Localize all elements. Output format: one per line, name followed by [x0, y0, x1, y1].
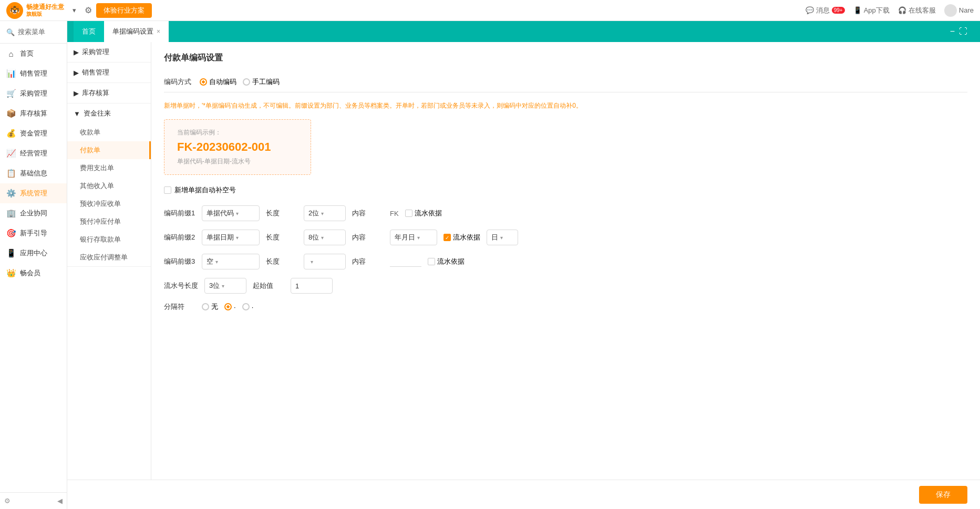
sub-item-prepay-payable[interactable]: 预付冲应付单	[67, 213, 151, 231]
serial2-indicator: ✓	[443, 234, 451, 241]
sidebar-search[interactable]: 🔍 搜索菜单	[0, 21, 67, 44]
sub-item-bank[interactable]: 银行存取款单	[67, 231, 151, 248]
apps-icon: 📱	[6, 248, 16, 258]
serial-length-select[interactable]: 3位 ▾	[204, 278, 246, 294]
prefix1-row: 编码前缀1 单据代码 ▾ 长度 2位 ▾ 内容 FK 流水依据	[164, 205, 967, 221]
length1-select[interactable]: 2位 ▾	[304, 205, 346, 221]
chevron-down-icon: ▼	[74, 110, 80, 118]
prefix1-arrow: ▾	[236, 211, 239, 216]
sub-item-adjust[interactable]: 应收应付调整单	[67, 248, 151, 266]
prefix1-select[interactable]: 单据代码 ▾	[202, 205, 260, 221]
experience-btn[interactable]: 体验行业方案	[96, 3, 152, 18]
brand-text: 畅捷通好生意 旗舰版	[26, 3, 64, 17]
serial3-checkbox[interactable]: 流水依据	[428, 257, 465, 266]
guide-icon: 🎯	[6, 228, 16, 238]
search-btn[interactable]: 🔍 搜索菜单	[4, 25, 63, 39]
content2-label: 内容	[352, 233, 384, 242]
auto-fill-row: 新增单据自动补空号	[164, 185, 967, 195]
prefix3-row: 编码前缀3 空 ▾ 长度 ▾ 内容 流水依据	[164, 254, 967, 269]
sub-item-receipt[interactable]: 收款单	[67, 123, 151, 141]
maximize-icon[interactable]: ⛶	[959, 27, 967, 36]
sidebar-item-sales[interactable]: 📊 销售管理	[0, 64, 67, 84]
serial2-period-select[interactable]: 日 ▾	[487, 230, 518, 245]
sub-group-finance: ▼ 资金往来 收款单 付款单 费用支出单 其他收入单	[67, 103, 151, 267]
sub-item-payment[interactable]: 付款单	[67, 141, 151, 159]
sidebar-item-operation[interactable]: 📈 经营管理	[0, 143, 67, 163]
chevron-down-icon: ▾	[73, 6, 76, 14]
content3-label: 内容	[352, 257, 384, 266]
separator-row: 分隔符 无 · ·	[164, 302, 967, 311]
sidebar-item-purchase[interactable]: 🛒 采购管理	[0, 84, 67, 103]
sub-header-finance[interactable]: ▼ 资金往来	[67, 103, 151, 123]
chevron-right-icon: ▶	[74, 69, 79, 77]
user-menu[interactable]: Nare	[944, 4, 974, 17]
sep-dash-radio[interactable]: ·	[224, 303, 236, 311]
tab-close-icon[interactable]: ×	[157, 28, 160, 35]
inner-layout: ▶ 采购管理 ▶ 销售管理 ▶ 库存核算	[67, 42, 980, 480]
home-icon: ⌂	[6, 49, 16, 58]
sub-header-purchase[interactable]: ▶ 采购管理	[67, 42, 151, 62]
encode-mode-label: 编码方式	[164, 77, 191, 87]
manual-encode-indicator	[243, 78, 250, 86]
length3-select[interactable]: ▾	[304, 254, 346, 269]
chevron-right-icon: ▶	[74, 89, 79, 97]
sidebar-item-guide[interactable]: 🎯 新手引导	[0, 223, 67, 243]
sidebar-item-apps[interactable]: 📱 应用中心	[0, 243, 67, 263]
auto-fill-checkbox[interactable]	[164, 186, 171, 194]
tab-encode-settings[interactable]: 单据编码设置 ×	[104, 21, 169, 42]
sub-header-sales[interactable]: ▶ 销售管理	[67, 63, 151, 82]
sub-header-inventory[interactable]: ▶ 库存核算	[67, 83, 151, 103]
code-preview-value: FK-20230602-001	[177, 140, 298, 154]
tab-home[interactable]: 首页	[74, 21, 104, 42]
content2-select[interactable]: 年月日 ▾	[390, 230, 437, 245]
sub-group-inventory: ▶ 库存核算	[67, 83, 151, 103]
tab-bar: 首页 单据编码设置 × − ⛶	[67, 21, 980, 42]
minimize-icon[interactable]: −	[950, 27, 955, 36]
save-button[interactable]: 保存	[919, 486, 967, 504]
prefix3-arrow: ▾	[215, 259, 218, 265]
length1-label: 长度	[266, 209, 297, 218]
message-badge: 99+	[832, 7, 845, 14]
page-title: 付款单编码设置	[164, 53, 967, 64]
serial2-checkbox[interactable]: ✓ 流水依据	[443, 233, 480, 242]
chevron-right-icon: ▶	[74, 48, 79, 56]
sidebar-item-system[interactable]: ⚙️ 系统管理	[0, 183, 67, 203]
brand: 🐯 畅捷通好生意 旗舰版	[6, 2, 64, 19]
finance-icon: 💰	[6, 129, 16, 138]
sidebar-item-member[interactable]: 👑 畅会员	[0, 263, 67, 283]
footer-settings-icon[interactable]: ⚙	[4, 497, 11, 505]
serial-length-arrow: ▾	[222, 283, 224, 289]
manual-encode-radio[interactable]: 手工编码	[243, 77, 280, 87]
serial-row: 流水号长度 3位 ▾ 起始值	[164, 278, 967, 294]
nav-dropdown[interactable]: ▾	[68, 4, 80, 16]
sidebar-item-enterprise[interactable]: 🏢 企业协同	[0, 203, 67, 223]
system-icon: ⚙️	[6, 189, 16, 198]
settings-icon[interactable]: ⚙	[85, 5, 92, 15]
length3-label: 长度	[266, 257, 297, 266]
serial1-checkbox[interactable]: 流水依据	[405, 209, 442, 218]
prefix1-label: 编码前缀1	[164, 209, 195, 218]
length2-select[interactable]: 8位 ▾	[304, 230, 346, 245]
footer-collapse-icon[interactable]: ◀	[57, 497, 63, 505]
sidebar-item-finance[interactable]: 💰 资金管理	[0, 123, 67, 143]
code-preview: 当前编码示例： FK-20230602-001 单据代码-单据日期-流水号	[164, 119, 311, 175]
prefix3-select[interactable]: 空 ▾	[202, 254, 260, 269]
sidebar-item-basic[interactable]: 📋 基础信息	[0, 163, 67, 183]
sub-item-prepay-receivable[interactable]: 预收冲应收单	[67, 195, 151, 213]
online-service-btn[interactable]: 🎧 在线客服	[898, 6, 936, 15]
sidebar-item-inventory[interactable]: 📦 库存核算	[0, 103, 67, 123]
auto-encode-radio[interactable]: 自动编码	[200, 77, 236, 87]
sep-none-radio[interactable]: 无	[202, 302, 218, 311]
content1-value: FK	[390, 210, 399, 217]
sub-item-expense[interactable]: 费用支出单	[67, 159, 151, 177]
sep-underscore-radio[interactable]: ·	[242, 303, 254, 311]
basic-icon: 📋	[6, 169, 16, 178]
prefix2-select[interactable]: 单据日期 ▾	[202, 230, 260, 245]
sidebar-item-home[interactable]: ⌂ 首页	[0, 44, 67, 64]
bottom-bar: 保存	[67, 480, 980, 509]
message-btn[interactable]: 💬 消息 99+	[806, 6, 845, 15]
app-download-btn[interactable]: 📱 App下载	[853, 6, 890, 15]
sub-item-other-income[interactable]: 其他收入单	[67, 177, 151, 195]
length1-arrow: ▾	[321, 211, 324, 216]
start-value-input[interactable]	[291, 278, 333, 294]
